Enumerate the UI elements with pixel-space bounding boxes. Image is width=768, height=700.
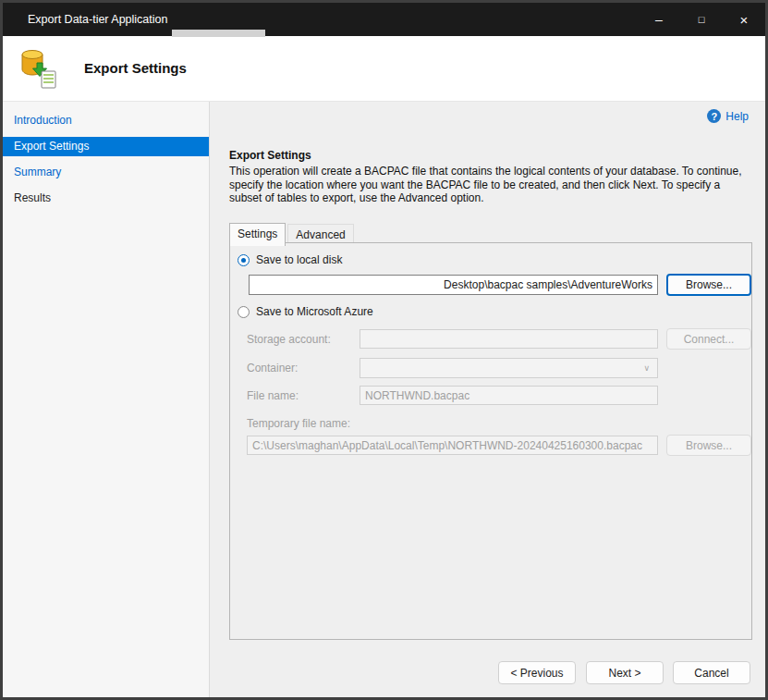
- sidebar-item-introduction[interactable]: Introduction: [3, 111, 209, 130]
- container-dropdown: ∨: [360, 358, 658, 378]
- browse-local-disk-button[interactable]: Browse...: [666, 274, 751, 296]
- window-controls: – □ ×: [638, 3, 765, 36]
- file-name-input: [360, 386, 658, 405]
- container-label: Container:: [247, 362, 298, 375]
- chevron-down-icon: ∨: [643, 363, 650, 373]
- help-link[interactable]: ? Help: [707, 109, 749, 123]
- save-to-local-disk-radio[interactable]: Save to local disk: [238, 253, 342, 266]
- wizard-nav-sidebar: Introduction Export Settings Summary Res…: [3, 102, 210, 697]
- sidebar-item-export-settings[interactable]: Export Settings: [3, 137, 209, 156]
- sidebar-item-results: Results: [3, 189, 209, 208]
- help-icon: ?: [707, 109, 721, 123]
- minimize-icon: –: [655, 13, 663, 26]
- settings-tab-panel: Save to local disk Browse... Save to Mic…: [229, 242, 752, 640]
- browse-temporary-button: Browse...: [666, 435, 751, 456]
- next-button[interactable]: Next >: [586, 661, 664, 684]
- save-to-azure-radio[interactable]: Save to Microsoft Azure: [238, 305, 373, 318]
- temporary-file-name-label: Temporary file name:: [247, 417, 350, 430]
- section-description: This operation will create a BACPAC file…: [229, 165, 754, 205]
- window-title: Export Data-tier Application: [28, 13, 167, 26]
- save-to-local-disk-label: Save to local disk: [256, 253, 342, 266]
- cancel-button[interactable]: Cancel: [673, 661, 750, 684]
- save-to-azure-label: Save to Microsoft Azure: [256, 305, 373, 318]
- page-title: Export Settings: [84, 60, 187, 76]
- connect-button: Connect...: [666, 328, 751, 350]
- help-label: Help: [725, 110, 749, 123]
- maximize-button[interactable]: □: [680, 3, 723, 36]
- minimize-button[interactable]: –: [638, 3, 680, 36]
- export-wizard-window: Export Data-tier Application – □ × Expor…: [0, 0, 768, 700]
- close-button[interactable]: ×: [723, 3, 765, 36]
- database-export-icon: [15, 45, 61, 92]
- sidebar-item-summary[interactable]: Summary: [3, 163, 209, 182]
- temporary-file-name-input: [247, 436, 658, 455]
- storage-account-input: [360, 329, 658, 349]
- wizard-header: Export Settings: [3, 36, 765, 102]
- tab-settings[interactable]: Settings: [229, 223, 286, 246]
- close-icon: ×: [740, 13, 749, 27]
- wizard-content: ? Help Export Settings This operation wi…: [211, 102, 765, 697]
- storage-account-label: Storage account:: [247, 333, 331, 346]
- section-title: Export Settings: [229, 149, 311, 162]
- maximize-icon: □: [699, 15, 705, 25]
- titlebar-artifact: [172, 30, 265, 37]
- previous-button[interactable]: < Previous: [498, 661, 576, 684]
- title-bar[interactable]: Export Data-tier Application – □ ×: [3, 3, 765, 36]
- radio-off-icon: [238, 306, 250, 318]
- radio-on-icon: [238, 254, 250, 266]
- file-name-label: File name:: [247, 389, 299, 402]
- local-disk-path-input[interactable]: [249, 275, 658, 295]
